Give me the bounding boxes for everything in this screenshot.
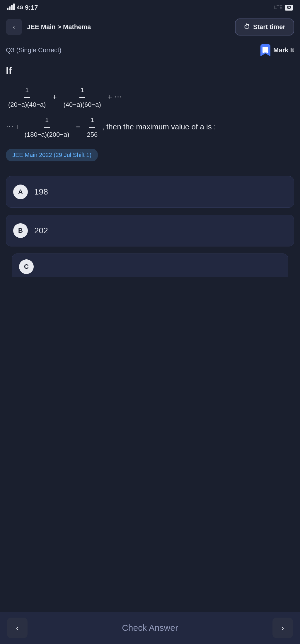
question-tag: JEE Main 2022 (29 Jul Shift 1) xyxy=(6,149,98,161)
mark-it-label: Mark It xyxy=(273,46,294,54)
fraction-4: 1 256 xyxy=(86,114,99,141)
option-c-partial[interactable]: C xyxy=(12,253,288,277)
math-line-1: 1 (20−a)(40−a) + 1 (40−a)(60−a) + ⋯ xyxy=(6,84,294,111)
battery-badge: 82 xyxy=(285,5,293,11)
start-timer-button[interactable]: ⏱ Start timer xyxy=(235,18,294,36)
option-b-letter: B xyxy=(13,223,28,238)
back-button[interactable]: ‹ xyxy=(6,19,22,35)
header-left: ‹ JEE Main > Mathema xyxy=(6,19,91,35)
mark-it-button[interactable]: Mark It xyxy=(260,44,294,56)
frac4-denominator: 256 xyxy=(86,128,99,141)
frac3-numerator: 1 xyxy=(44,114,50,128)
timer-icon: ⏱ xyxy=(244,23,250,31)
svg-rect-1 xyxy=(9,6,11,10)
option-b-value: 202 xyxy=(34,226,48,235)
time-display: 9:17 xyxy=(25,4,38,11)
question-label: Q3 (Single Correct) xyxy=(6,46,62,54)
math-line-2: ⋯ + 1 (180−a)(200−a) = 1 256 , then the … xyxy=(6,114,294,141)
status-left: 4G 9:17 xyxy=(7,4,38,11)
bottom-nav: ‹ Check Answer › xyxy=(0,612,300,644)
start-timer-label: Start timer xyxy=(253,23,285,31)
signal-icon xyxy=(7,4,15,11)
math-expression: 1 (20−a)(40−a) + 1 (40−a)(60−a) + ⋯ ⋯ + … xyxy=(6,84,294,141)
bookmark-icon xyxy=(260,44,270,56)
options-container: A 198 B 202 C xyxy=(0,173,300,280)
status-right: LTE 82 xyxy=(274,5,293,11)
question-meta: Q3 (Single Correct) Mark It xyxy=(0,41,300,61)
frac2-denominator: (40−a)(60−a) xyxy=(62,98,102,111)
lte-label: LTE xyxy=(274,5,282,10)
option-a-value: 198 xyxy=(34,187,48,197)
prev-icon: ‹ xyxy=(16,623,19,633)
frac1-numerator: 1 xyxy=(24,84,30,98)
frac4-numerator: 1 xyxy=(89,114,95,128)
frac2-numerator: 1 xyxy=(79,84,85,98)
frac3-denominator: (180−a)(200−a) xyxy=(23,128,71,141)
fraction-3: 1 (180−a)(200−a) xyxy=(23,114,71,141)
signal-type: 4G xyxy=(17,5,23,10)
svg-rect-3 xyxy=(13,4,15,10)
check-answer-label: Check Answer xyxy=(122,623,178,633)
fraction-2: 1 (40−a)(60−a) xyxy=(62,84,102,111)
option-b[interactable]: B 202 xyxy=(6,215,294,246)
prev-button[interactable]: ‹ xyxy=(7,618,28,638)
header-bar: ‹ JEE Main > Mathema ⏱ Start timer xyxy=(0,14,300,41)
breadcrumb: JEE Main > Mathema xyxy=(27,23,91,31)
option-a-letter: A xyxy=(13,185,28,199)
question-suffix: , then the maximum value of a is : xyxy=(102,122,216,131)
next-icon: › xyxy=(282,623,284,633)
svg-rect-0 xyxy=(7,8,8,10)
question-if: If xyxy=(6,64,294,78)
back-icon: ‹ xyxy=(13,23,15,31)
status-bar: 4G 9:17 LTE 82 xyxy=(0,0,300,14)
frac1-denominator: (20−a)(40−a) xyxy=(7,98,47,111)
option-c-letter: C xyxy=(19,259,34,274)
fraction-1: 1 (20−a)(40−a) xyxy=(7,84,47,111)
question-content: If 1 (20−a)(40−a) + 1 (40−a)(60−a) + ⋯ ⋯… xyxy=(0,61,300,173)
svg-rect-2 xyxy=(11,5,13,10)
next-button[interactable]: › xyxy=(272,618,293,638)
option-a[interactable]: A 198 xyxy=(6,176,294,208)
check-answer-button[interactable]: Check Answer xyxy=(122,623,178,633)
